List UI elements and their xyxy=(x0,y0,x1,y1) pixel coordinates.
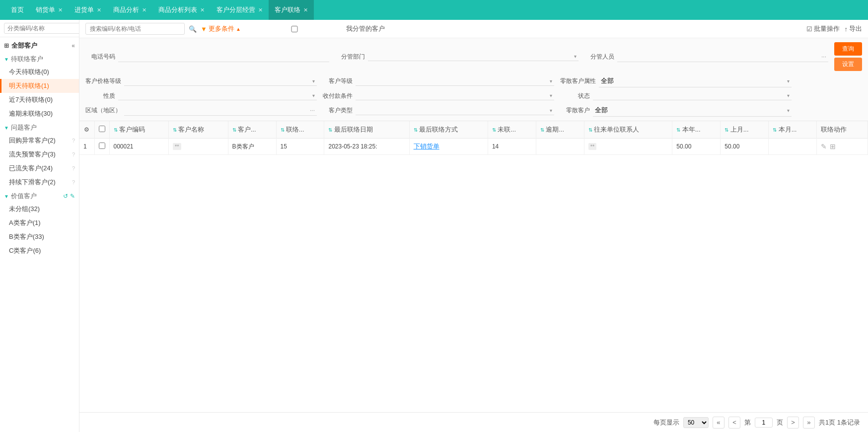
nav-product-analysis-list[interactable]: 商品分析列表 ✕ xyxy=(152,0,211,20)
customer-type-chevron-icon: ▾ xyxy=(550,108,552,113)
nav-customer-contact[interactable]: 客户联络 ✕ xyxy=(269,0,314,20)
group-problem-customers[interactable]: ▼ 问题客户 xyxy=(0,121,79,134)
export-btn[interactable]: ↑ 导出 xyxy=(845,24,863,33)
sort-icon6: ⇅ xyxy=(414,127,418,133)
sidebar-item-today-contact[interactable]: 今天待联络(0) xyxy=(0,65,79,79)
close-purchase-order-icon[interactable]: ✕ xyxy=(97,7,101,13)
customer-grade-select[interactable]: ▾ xyxy=(356,77,554,86)
payment-select[interactable]: ▾ xyxy=(356,91,554,100)
refresh-icon[interactable]: ↺ xyxy=(63,193,68,200)
close-sales-order-icon[interactable]: ✕ xyxy=(58,7,63,13)
sort-icon7: ⇅ xyxy=(492,127,496,133)
status-select[interactable]: ▾ xyxy=(593,91,792,100)
prev-page-btn[interactable]: < xyxy=(728,417,740,429)
first-page-btn[interactable]: « xyxy=(713,417,724,429)
close-customer-tiering-icon[interactable]: ✕ xyxy=(258,7,263,13)
batch-ops-btn[interactable]: ☑ 批量操作 xyxy=(806,24,840,33)
nav-sales-order[interactable]: 销货单 ✕ xyxy=(30,0,69,20)
settings-button[interactable]: 设置 xyxy=(834,58,862,71)
filter-phone: 电话号码 xyxy=(85,52,329,62)
nav-customer-tiering[interactable]: 客户分层经营 ✕ xyxy=(211,0,269,20)
next-page-btn[interactable]: > xyxy=(787,417,799,429)
filter-row-3: 性质 ▾ 收付款条件 ▾ 状态 xyxy=(85,91,862,100)
row-checkbox[interactable] xyxy=(99,143,105,149)
phone-input[interactable] xyxy=(118,52,329,62)
group-pending-contact[interactable]: ▼ 待联络客户 xyxy=(0,52,79,65)
edit-icon[interactable]: ✎ xyxy=(70,193,75,200)
last-contact-method-link[interactable]: 下销货单 xyxy=(414,143,439,150)
region-select[interactable]: ··· xyxy=(124,105,317,116)
nav-product-analysis[interactable]: 商品分析 ✕ xyxy=(107,0,152,20)
th-this-month: ⇅ 本月... xyxy=(769,121,817,139)
sidebar-item-c-class[interactable]: C类客户(6) xyxy=(0,244,79,258)
td-unlinking: 14 xyxy=(488,139,536,155)
sidebar-item-churn-warning[interactable]: 流失预警客户(3) ? xyxy=(0,147,79,161)
page-label: 第 xyxy=(744,418,751,427)
td-name: ** xyxy=(169,139,228,155)
page-size-label: 每页显示 xyxy=(653,418,679,427)
group-arrow-icon3: ▼ xyxy=(4,194,9,199)
help-icon-3[interactable]: ? xyxy=(72,165,75,171)
my-customers-check-input[interactable] xyxy=(245,26,344,32)
group-value-customers[interactable]: ▼ 价值客户 ↺ ✎ xyxy=(0,189,79,202)
help-icon-4[interactable]: ? xyxy=(72,179,75,185)
nature-chevron-icon: ▾ xyxy=(312,93,315,98)
td-last-date: 2023-05-23 18:25: xyxy=(324,139,409,155)
th-check xyxy=(94,121,109,139)
customer-type-select[interactable]: ▾ xyxy=(356,106,554,115)
th-customer-type: ⇅ 客户... xyxy=(228,121,276,139)
nav-purchase-order[interactable]: 进货单 ✕ xyxy=(69,0,107,20)
more-row-icon[interactable]: ⊞ xyxy=(830,143,836,150)
more-conditions-btn[interactable]: ▼ 更多条件 ▲ xyxy=(201,24,241,33)
sidebar-item-tomorrow-contact[interactable]: 明天待联络(1) xyxy=(0,79,79,93)
select-all-checkbox[interactable] xyxy=(99,126,105,132)
page-size-select[interactable]: 50 100 200 xyxy=(683,417,709,428)
close-customer-contact-icon[interactable]: ✕ xyxy=(303,7,308,13)
sort-icon8: ⇅ xyxy=(540,127,544,133)
sort-icon3: ⇅ xyxy=(232,127,236,133)
sidebar-item-7day-contact[interactable]: 近7天待联络(0) xyxy=(0,93,79,107)
td-overdue xyxy=(536,139,584,155)
retail-customer-select[interactable]: 全部 ▾ xyxy=(593,104,792,117)
query-button[interactable]: 查询 xyxy=(834,42,862,56)
sidebar-item-a-class[interactable]: A类客户(1) xyxy=(0,216,79,230)
price-grade-select[interactable]: ▾ xyxy=(124,77,317,86)
nav-home[interactable]: 首页 xyxy=(5,0,30,20)
help-icon-2[interactable]: ? xyxy=(72,151,75,157)
advanced-filter: 电话号码 分管部门 ▾ 分管人员 ··· xyxy=(79,38,868,121)
sidebar-search-input[interactable] xyxy=(4,23,79,34)
nature-select[interactable]: ▾ xyxy=(118,91,317,100)
close-product-analysis-icon[interactable]: ✕ xyxy=(142,7,146,13)
edit-row-icon[interactable]: ✎ xyxy=(821,143,827,150)
sort-icon: ⇅ xyxy=(114,127,118,133)
filter-retail-customer: 零散客户 全部 ▾ xyxy=(560,104,792,117)
person-dots-icon: ··· xyxy=(821,53,826,60)
filter-price-grade: 客户价格等级 ▾ xyxy=(85,77,317,86)
sidebar-item-overdue-contact[interactable]: 逾期未联络(30) xyxy=(0,107,79,121)
page-input[interactable] xyxy=(755,418,773,428)
sidebar-item-churned[interactable]: 已流失客户(24) ? xyxy=(0,161,79,175)
sidebar-item-repurchase-anomaly[interactable]: 回购异常客户(2) ? xyxy=(0,134,79,147)
last-page-btn[interactable]: » xyxy=(803,417,815,429)
sort-icon12: ⇅ xyxy=(773,127,777,133)
content-area: 🔍 ▼ 更多条件 ▲ 我分管的客户 ☑ 批量操作 ↑ 导出 xyxy=(79,20,868,432)
main-layout: 🔍 ⊞ 全部客户 « ▼ 待联络客户 今天待联络(0) 明天待联络(1) 近7天… xyxy=(0,20,868,432)
filter-region: 区域（地区） ··· xyxy=(85,105,317,116)
sidebar-item-b-class[interactable]: B类客户(33) xyxy=(0,230,79,244)
person-select[interactable]: ··· xyxy=(617,52,828,62)
td-this-year: 50.00 xyxy=(672,139,721,155)
search-bar-icon[interactable]: 🔍 xyxy=(189,25,197,33)
dept-select[interactable]: ▾ xyxy=(368,52,579,61)
td-last-method: 下销货单 xyxy=(409,139,488,155)
search-input[interactable] xyxy=(85,23,185,35)
retail-attr-select[interactable]: 全部 ▾ xyxy=(599,75,792,87)
collapse-icon[interactable]: « xyxy=(72,42,75,49)
payment-chevron-icon: ▾ xyxy=(550,93,552,98)
my-customers-checkbox[interactable]: 我分管的客户 xyxy=(245,24,385,33)
close-product-analysis-list-icon[interactable]: ✕ xyxy=(200,7,205,13)
filter-row-4: 区域（地区） ··· 客户类型 ▾ 零散客户 全部 xyxy=(85,104,862,117)
help-icon-1[interactable]: ? xyxy=(72,138,75,144)
sidebar-item-ungrouped[interactable]: 未分组(32) xyxy=(0,202,79,216)
sidebar-item-declining[interactable]: 持续下滑客户(2) ? xyxy=(0,175,79,189)
th-last-month: ⇅ 上月... xyxy=(721,121,769,139)
